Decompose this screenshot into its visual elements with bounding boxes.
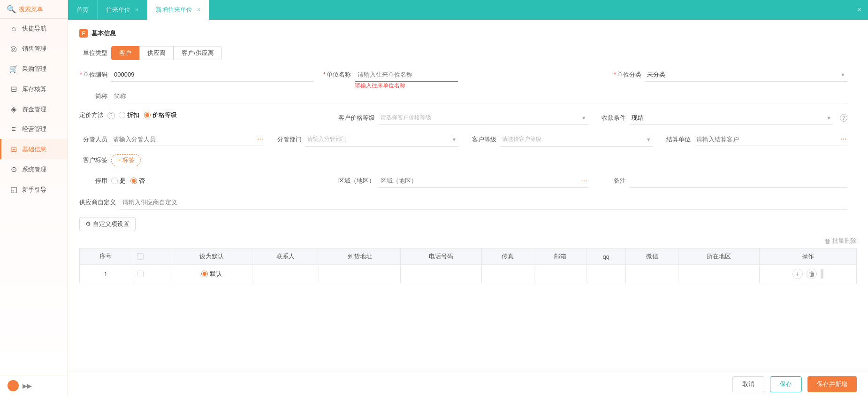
supplier-custom-input[interactable] [120, 195, 847, 210]
pricing-row: 定价方法 ? 折扣 价格等级 [79, 111, 857, 125]
settlement-unit-input[interactable] [694, 132, 839, 146]
row-drag-handle[interactable] [821, 269, 823, 279]
unit-type-buttons: 客户 供应离 客户/供应离 [111, 46, 222, 60]
table-body: 1 默认 [80, 265, 857, 283]
sidebar-item-finance[interactable]: ◈ 资金管理 [0, 99, 68, 119]
price-level-radio-outer [144, 112, 151, 118]
cancel-button[interactable]: 取消 [732, 376, 764, 392]
manager-row: 分管人员 ··· 分管部门 请输入分管部门 ▼ 客户等级 请选择客户等级 [79, 132, 857, 147]
customer-level-label: 客户等级 [468, 135, 496, 144]
manager-input-wrapper: ··· [111, 132, 264, 146]
supplier-custom-group: 供应商自定义 [79, 195, 857, 210]
short-name-input[interactable] [111, 89, 847, 103]
search-menu-item[interactable]: 🔍 搜索菜单 [0, 0, 68, 19]
row-delete-button[interactable]: 🗑 [807, 269, 817, 279]
disabled-no[interactable]: 否 [130, 177, 145, 185]
inventory-icon: ⊟ [9, 85, 18, 93]
unit-category-group: *单位分类 未分类 ▼ [613, 68, 857, 82]
department-group: 分管部门 请输入分管部门 ▼ [274, 132, 468, 147]
sales-icon: ◎ [9, 44, 18, 53]
col-action: 操作 [760, 248, 857, 265]
add-tag-button[interactable]: + 标签 [111, 154, 141, 166]
sidebar-bottom: ▶▶ [0, 375, 68, 396]
short-name-group: 简称 [79, 89, 857, 103]
custom-settings-button[interactable]: ⚙ 自定义项设置 [79, 217, 136, 231]
row-add-button[interactable]: + [792, 269, 803, 279]
pricing-discount[interactable]: 折扣 [119, 111, 139, 119]
sidebar-item-guide[interactable]: ◱ 新手引导 [0, 179, 68, 200]
batch-delete-button[interactable]: 🗑 批量删除 [824, 237, 857, 245]
settlement-unit-more-button[interactable]: ··· [839, 135, 847, 143]
sidebar-item-sales[interactable]: ◎ 销售管理 [0, 39, 68, 59]
manager-label: 分管人员 [79, 135, 107, 144]
tab-partners-close[interactable]: × [135, 7, 138, 13]
sidebar-item-purchase[interactable]: 🛒 采购管理 [0, 59, 68, 79]
col-contact: 联系人 [252, 248, 319, 265]
pricing-price-level[interactable]: 价格等级 [144, 111, 177, 119]
unit-name-input-box: 请输入往来单位名称 [355, 68, 604, 82]
unit-category-select[interactable]: 未分类 ▼ [645, 68, 847, 82]
manager-more-button[interactable]: ··· [256, 135, 264, 143]
save-new-button[interactable]: 保存并新增 [807, 376, 857, 392]
select-all-checkbox[interactable] [137, 253, 144, 260]
tab-home[interactable]: 首页 [68, 0, 98, 20]
close-all-button[interactable]: × [857, 6, 868, 14]
row-default-label: 默认 [210, 270, 222, 278]
row-default-radio[interactable]: 默认 [176, 270, 247, 278]
pricing-help-icon[interactable]: ? [107, 112, 115, 119]
disabled-yes[interactable]: 是 [111, 177, 126, 185]
manager-input[interactable] [111, 132, 256, 146]
customer-price-level-select[interactable]: 请选择客户价格等级 ▼ [379, 111, 588, 125]
section-title: 基本信息 [91, 29, 116, 38]
payment-terms-select[interactable]: 现结 ▼ [630, 111, 833, 125]
guide-icon: ◱ [9, 185, 18, 194]
unit-code-input[interactable] [111, 68, 313, 82]
short-name-row: 简称 [79, 89, 857, 103]
sidebar-item-system[interactable]: ⊙ 系统管理 [0, 159, 68, 179]
disabled-no-label: 否 [139, 177, 145, 185]
sidebar-item-quick-nav[interactable]: ⌂ 快捷导航 [0, 19, 68, 39]
operations-icon: ≡ [9, 125, 18, 133]
sidebar-item-operations[interactable]: ≡ 经营管理 [0, 119, 68, 139]
sidebar-item-base-info[interactable]: ⊞ 基础信息 [0, 139, 68, 159]
col-qq: qq [586, 248, 626, 265]
tab-new-partner[interactable]: 新增往来单位 × [147, 0, 209, 20]
content-area: F 基本信息 单位类型 客户 供应离 客户/供应离 *单位编码 [68, 20, 868, 372]
region-input[interactable] [379, 174, 580, 187]
tab-partners-label: 往来单位 [106, 6, 130, 14]
unit-type-supplier[interactable]: 供应离 [139, 46, 174, 60]
quick-nav-icon: ⌂ [9, 24, 18, 33]
chevron-down-icon: ▼ [646, 137, 651, 142]
save-button[interactable]: 保存 [770, 376, 802, 392]
region-group: 区域（地区） ··· [338, 174, 597, 188]
tab-new-partner-close[interactable]: × [197, 7, 200, 13]
col-checkbox [132, 248, 171, 265]
unit-type-customer[interactable]: 客户 [111, 46, 139, 60]
unit-type-both[interactable]: 客户/供应离 [174, 46, 222, 60]
region-more-button[interactable]: ··· [580, 177, 588, 185]
customer-price-level-group: 客户价格等级 请选择客户价格等级 ▼ [338, 111, 597, 125]
tab-partners[interactable]: 往来单位 × [98, 0, 147, 20]
col-wechat: 微信 [626, 248, 678, 265]
col-area: 所在地区 [678, 248, 760, 265]
payment-help-icon[interactable]: ? [840, 114, 847, 122]
row-seq: 1 [80, 265, 132, 283]
disabled-label: 停用 [79, 177, 107, 185]
region-label: 区域（地区） [338, 177, 375, 185]
table-row: 1 默认 [80, 265, 857, 283]
unit-type-group: 单位类型 客户 供应离 客户/供应离 [79, 46, 857, 60]
disabled-no-inner [132, 179, 136, 183]
sidebar-item-inventory[interactable]: ⊟ 库存核算 [0, 79, 68, 99]
settlement-unit-label: 结算单位 [662, 135, 691, 144]
customer-price-level-label: 客户价格等级 [338, 114, 375, 122]
row-checkbox[interactable] [137, 271, 144, 277]
unit-name-label: *单位名称 [323, 70, 351, 79]
trash-icon: 🗑 [824, 238, 830, 245]
sidebar-item-label: 基础信息 [22, 145, 46, 154]
remark-input[interactable] [630, 174, 847, 188]
department-select[interactable]: 请输入分管部门 ▼ [305, 132, 458, 147]
customer-level-select[interactable]: 请选择客户等级 ▼ [500, 132, 653, 147]
payment-terms-group: 收款条件 现结 ▼ ? [598, 111, 857, 125]
unit-name-input[interactable] [355, 68, 458, 82]
unit-code-group: *单位编码 [79, 68, 323, 82]
